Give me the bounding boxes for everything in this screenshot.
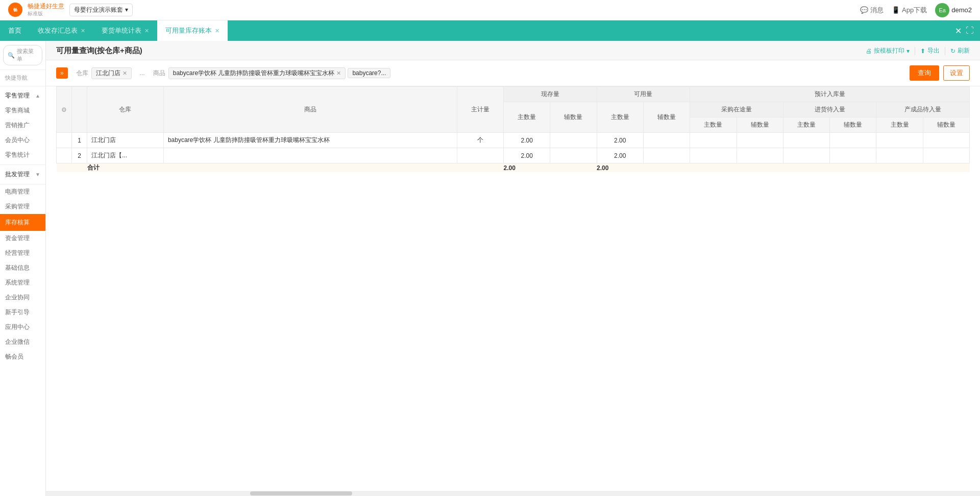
row-purch-aux <box>737 133 783 148</box>
sidebar-item-retail-mall[interactable]: 零售商城 <box>0 103 45 118</box>
horizontal-scrollbar[interactable] <box>46 491 980 496</box>
page-actions: 🖨 按模板打印 ▾ ⬆ 导出 ↻ 刷新 <box>866 46 970 55</box>
content-area: 可用量查询(按仓库+商品) 🖨 按模板打印 ▾ ⬆ 导出 ↻ 刷新 <box>46 41 980 496</box>
row-incoming-main <box>783 133 829 148</box>
export-btn[interactable]: ⬆ 导出 <box>920 46 940 55</box>
col-purchased-aux: 辅数量 <box>737 117 783 133</box>
sidebar-item-guide[interactable]: 新手引导 <box>0 305 45 320</box>
expand-icon[interactable]: ⛶ <box>966 26 974 35</box>
print-btn[interactable]: 🖨 按模板打印 ▾ <box>866 46 910 55</box>
col-incoming-main: 主数量 <box>783 117 829 133</box>
top-bar-left: 畅 畅捷通好生意 标准版 母婴行业演示账套 ▾ <box>8 3 133 17</box>
tab-orders[interactable]: 要货单统计表 ✕ <box>93 20 157 41</box>
total-current-main: 2.00 <box>504 163 550 173</box>
product-tag1-remove[interactable]: ✕ <box>336 70 341 77</box>
filter-toggle-btn[interactable]: » <box>56 67 68 79</box>
total-unit <box>457 163 503 173</box>
sidebar-item-system[interactable]: 系统管理 <box>0 275 45 290</box>
tab-receipts[interactable]: 收发存汇总表 ✕ <box>30 20 93 41</box>
sidebar-item-ecommerce[interactable]: 电商管理 <box>0 184 45 199</box>
sidebar-item-member2[interactable]: 畅会员 <box>0 349 45 364</box>
tab-available-close[interactable]: ✕ <box>215 28 219 34</box>
message-btn[interactable]: 💬 消息 <box>860 6 884 15</box>
tab-receipts-close[interactable]: ✕ <box>81 28 85 34</box>
top-bar: 畅 畅捷通好生意 标准版 母婴行业演示账套 ▾ 💬 消息 📱 App下载 Ea … <box>0 0 980 20</box>
sidebar-item-app-center[interactable]: 应用中心 <box>0 320 45 335</box>
search-menu-btn[interactable]: 🔍 搜索菜单 <box>3 45 42 65</box>
total-finished-aux <box>923 163 969 173</box>
row-avail-aux <box>643 148 690 163</box>
brand-name: 畅捷通好生意 <box>28 3 64 10</box>
logo-icon: 畅 <box>8 3 22 17</box>
tab-orders-close[interactable]: ✕ <box>144 28 149 34</box>
row-incoming-aux <box>830 133 876 148</box>
row-current-main: 2.00 <box>504 148 550 163</box>
sidebar-item-basic-info[interactable]: 基础信息 <box>0 261 45 275</box>
tab-home[interactable]: 首页 <box>0 20 30 41</box>
app-download-btn[interactable]: 📱 App下载 <box>892 6 927 15</box>
col-purchased-transit: 采购在途量 <box>690 102 783 117</box>
user-menu[interactable]: Ea demo2 <box>935 3 972 17</box>
row-current-aux <box>550 133 597 148</box>
sidebar-item-wholesale-mgmt[interactable]: 批发管理 ▼ <box>0 167 45 182</box>
sidebar-item-wechat[interactable]: 企业微信 <box>0 335 45 349</box>
sidebar-search-area: 🔍 搜索菜单 <box>0 41 45 70</box>
sidebar-item-inventory[interactable]: 库存核算 <box>0 214 45 231</box>
warehouse-tag: 江北门店 ✕ <box>91 67 132 79</box>
tab-available-label: 可用量库存账本 <box>165 26 212 35</box>
print-icon: 🖨 <box>866 48 872 55</box>
col-available: 可用量 <box>597 87 690 102</box>
col-current-stock: 现存量 <box>504 87 597 102</box>
row-warehouse: 江北门店【... <box>87 148 164 163</box>
total-row: 合计 2.00 2.00 <box>57 163 970 173</box>
row-current-aux <box>550 148 597 163</box>
scrollbar-thumb[interactable] <box>250 491 352 495</box>
row-purch-main <box>690 133 737 148</box>
sidebar-wholesale-section: 批发管理 ▼ <box>0 165 45 184</box>
tab-bar: 首页 收发存汇总表 ✕ 要货单统计表 ✕ 可用量库存账本 ✕ ✕ ⛶ <box>0 20 980 41</box>
sidebar-item-operations[interactable]: 经营管理 <box>0 246 45 261</box>
table-row: 1 江北门店 babycare学饮杯 儿童防摔防撞吸管杯重力球吸嘴杯宝宝水杯 个… <box>57 133 970 148</box>
tab-orders-label: 要货单统计表 <box>102 26 141 35</box>
row-warehouse: 江北门店 <box>87 133 164 148</box>
refresh-icon: ↻ <box>950 48 955 55</box>
sidebar-item-finance[interactable]: 资金管理 <box>0 231 45 246</box>
top-bar-right: 💬 消息 📱 App下载 Ea demo2 <box>860 3 972 17</box>
sidebar-item-purchase[interactable]: 采购管理 <box>0 199 45 214</box>
row-incoming-aux <box>830 148 876 163</box>
account-dropdown[interactable]: 母婴行业演示账套 ▾ <box>69 4 133 16</box>
divider-1 <box>915 47 915 55</box>
col-finished-pending: 产成品待入量 <box>876 102 970 117</box>
product-tag-2: babycare?... <box>348 68 390 78</box>
main-layout: 🔍 搜索菜单 快捷导航 零售管理 ▲ 零售商城 营销推广 会员中心 零售统计 <box>0 41 980 496</box>
tab-available[interactable]: 可用量库存账本 ✕ <box>157 20 228 41</box>
page-header: 可用量查询(按仓库+商品) 🖨 按模板打印 ▾ ⬆ 导出 ↻ 刷新 <box>46 41 980 60</box>
setting-btn[interactable]: 设置 <box>943 65 970 81</box>
close-all-icon[interactable]: ✕ <box>955 26 962 36</box>
col-current-main: 主数量 <box>504 102 550 133</box>
sidebar-item-enterprise[interactable]: 企业协同 <box>0 290 45 305</box>
total-purch-main <box>690 163 737 173</box>
col-finished-main: 主数量 <box>876 117 923 133</box>
warehouse-tag-remove[interactable]: ✕ <box>122 70 127 77</box>
print-chevron-icon: ▾ <box>906 48 910 55</box>
table-setting-icon[interactable]: ⚙ <box>61 106 67 113</box>
row-incoming-main <box>783 148 829 163</box>
chevron-down-icon: ▾ <box>125 6 128 13</box>
refresh-btn[interactable]: ↻ 刷新 <box>950 46 970 55</box>
filter-more-btn[interactable]: ... <box>140 69 145 77</box>
row-finished-main <box>876 133 923 148</box>
sidebar-item-retail-mgmt[interactable]: 零售管理 ▲ <box>0 88 45 103</box>
filter-actions: 查询 设置 <box>910 65 970 81</box>
sidebar-item-member[interactable]: 会员中心 <box>0 133 45 148</box>
row-avail-main: 2.00 <box>597 148 643 163</box>
product-filter: 商品 babycare学饮杯 儿童防摔防撞吸管杯重力球吸嘴杯宝宝水杯 ✕ bab… <box>153 67 391 79</box>
row-num: 1 <box>72 133 87 148</box>
query-btn[interactable]: 查询 <box>910 65 939 81</box>
quick-nav-label: 快捷导航 <box>0 73 45 83</box>
product-tags: babycare学饮杯 儿童防摔防撞吸管杯重力球吸嘴杯宝宝水杯 ✕ babyca… <box>168 67 391 79</box>
sidebar-item-retail-stats[interactable]: 零售统计 <box>0 148 45 162</box>
warehouse-filter: 仓库 江北门店 ✕ <box>76 67 132 79</box>
sidebar-item-marketing[interactable]: 营销推广 <box>0 118 45 133</box>
tab-receipts-label: 收发存汇总表 <box>38 26 78 35</box>
